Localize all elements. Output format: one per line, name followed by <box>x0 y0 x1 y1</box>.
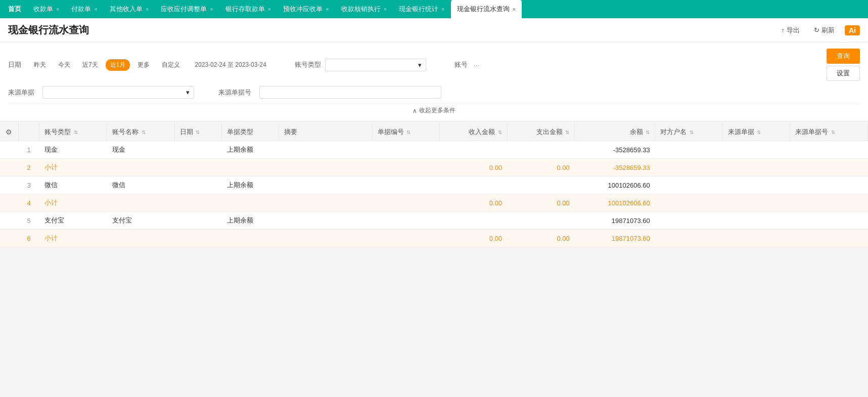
refresh-icon: ↻ <box>814 26 819 34</box>
th-date[interactable]: 日期 ⇅ <box>174 123 221 141</box>
settings-button[interactable]: 设置 <box>827 66 860 81</box>
table-cell: 6 <box>18 230 39 247</box>
nav-other-income-close[interactable]: × <box>146 0 149 18</box>
header-actions: ↑ 导出 ↻ 刷新 Ai <box>778 24 860 37</box>
th-income[interactable]: 收入金额 ⇅ <box>440 123 508 141</box>
nav-receipt-close[interactable]: × <box>56 0 59 18</box>
table-cell: 小计 <box>39 159 107 177</box>
date-recent1m[interactable]: 近1月 <box>106 59 130 71</box>
nav-item-bank-deposit[interactable]: 银行存取款单 × <box>219 0 277 18</box>
table-cell <box>174 230 221 247</box>
date-today[interactable]: 今天 <box>54 59 75 71</box>
table-cell <box>222 230 279 247</box>
table-cell <box>174 141 221 159</box>
nav-item-home[interactable]: 首页 <box>2 0 27 18</box>
nav-verify-label: 收款核销执行 <box>341 0 381 18</box>
date-custom[interactable]: 自定义 <box>157 59 185 71</box>
th-source-doc[interactable]: 来源单据 ⇅ <box>722 123 790 141</box>
date-filter-label: 日期 <box>8 60 21 69</box>
table-cell <box>722 141 790 159</box>
table-cell <box>507 141 575 159</box>
nav-bank-flow-close[interactable]: × <box>513 0 516 18</box>
date-recent7[interactable]: 近7天 <box>78 59 103 71</box>
table-cell <box>655 230 723 247</box>
export-icon: ↑ <box>782 26 785 34</box>
th-balance[interactable]: 余额 ⇅ <box>575 123 655 141</box>
table-cell <box>107 159 175 177</box>
th-expense[interactable]: 支出金额 ⇅ <box>507 123 575 141</box>
table-row[interactable]: 3微信微信上期余额100102606.60 <box>0 177 868 194</box>
nav-item-receipt[interactable]: 收款单 × <box>27 0 65 18</box>
table-cell: 微信 <box>39 177 107 194</box>
nav-item-ap-adjust[interactable]: 应收应付调整单 × <box>155 0 219 18</box>
table-cell <box>372 159 440 177</box>
nav-advance-close[interactable]: × <box>326 0 329 18</box>
sort-icon-account-name: ⇅ <box>142 129 146 135</box>
refresh-button[interactable]: ↻ 刷新 <box>810 24 839 37</box>
th-source-doc-no[interactable]: 来源单据号 ⇅ <box>790 123 868 141</box>
table-cell: 支付宝 <box>107 212 175 230</box>
nav-bank-stat-close[interactable]: × <box>441 0 444 18</box>
nav-item-payment[interactable]: 付款单 × <box>65 0 103 18</box>
date-more[interactable]: 更多 <box>133 59 154 71</box>
collapse-chevron-icon: ∧ <box>413 107 417 114</box>
table-cell <box>655 159 723 177</box>
nav-item-bank-stat[interactable]: 现金银行统计 × <box>393 0 450 18</box>
table-cell <box>0 141 18 159</box>
table-cell <box>790 212 868 230</box>
nav-item-verify[interactable]: 收款核销执行 × <box>335 0 393 18</box>
table-cell <box>722 159 790 177</box>
nav-item-advance[interactable]: 预收冲应收单 × <box>277 0 335 18</box>
table-cell <box>222 194 279 212</box>
collapse-bar[interactable]: ∧ 收起更多条件 <box>8 104 860 117</box>
table-row[interactable]: 2小计0.000.00-3528659.33 <box>0 159 868 177</box>
th-doc-no[interactable]: 单据编号 ⇅ <box>372 123 440 141</box>
filter-area: 日期 昨天 今天 近7天 近1月 更多 自定义 2023-02-24 至 202… <box>0 42 868 121</box>
sort-icon-date: ⇅ <box>196 129 200 135</box>
table-row[interactable]: 5支付宝支付宝上期余额19871073.60 <box>0 212 868 230</box>
nav-payment-close[interactable]: × <box>94 0 97 18</box>
nav-bank-deposit-close[interactable]: × <box>268 0 271 18</box>
table-cell: 19871073.60 <box>575 212 655 230</box>
date-yesterday[interactable]: 昨天 <box>29 59 51 71</box>
th-counterparty[interactable]: 对方户名 ⇅ <box>655 123 723 141</box>
table-cell <box>279 177 372 194</box>
source-doc-select[interactable]: ▾ <box>42 86 194 99</box>
nav-ap-adjust-close[interactable]: × <box>210 0 213 18</box>
th-account-name[interactable]: 账号名称 ⇅ <box>107 123 175 141</box>
query-button[interactable]: 查询 <box>827 49 860 64</box>
table-cell <box>722 177 790 194</box>
filter-row-date: 日期 昨天 今天 近7天 近1月 更多 自定义 2023-02-24 至 202… <box>8 49 860 81</box>
table-body: 1现金现金上期余额-3528659.332小计0.000.00-3528659.… <box>0 141 868 247</box>
th-account-type[interactable]: 账号类型 ⇅ <box>39 123 107 141</box>
table-cell <box>174 194 221 212</box>
table-row[interactable]: 4小计0.000.00100102606.60 <box>0 194 868 212</box>
source-doc-num-input[interactable] <box>259 86 441 99</box>
table-cell <box>372 194 440 212</box>
table-cell: 现金 <box>107 141 175 159</box>
table-cell <box>507 212 575 230</box>
table-cell <box>0 177 18 194</box>
nav-verify-close[interactable]: × <box>384 0 387 18</box>
export-button[interactable]: ↑ 导出 <box>778 24 804 37</box>
table-cell: 19871073.60 <box>575 230 655 247</box>
table-cell <box>107 194 175 212</box>
nav-bank-deposit-label: 银行存取款单 <box>225 0 265 18</box>
table-cell <box>655 177 723 194</box>
table-cell <box>722 194 790 212</box>
account-dots[interactable]: ··· <box>472 61 481 69</box>
account-type-select[interactable]: ▾ <box>325 59 426 71</box>
table-cell <box>790 177 868 194</box>
sort-icon-account-type: ⇅ <box>74 129 78 135</box>
table-cell: 0.00 <box>507 230 575 247</box>
ai-button[interactable]: Ai <box>845 25 860 35</box>
right-action-buttons: 查询 设置 <box>827 49 860 81</box>
sort-icon-income: ⇅ <box>498 129 502 135</box>
table-row[interactable]: 1现金现金上期余额-3528659.33 <box>0 141 868 159</box>
nav-item-other-income[interactable]: 其他收入单 × <box>104 0 155 18</box>
nav-item-bank-flow[interactable]: 现金银行流水查询 × <box>451 0 522 18</box>
column-settings-icon[interactable]: ⚙ <box>6 128 12 136</box>
data-table-container: ⚙ 账号类型 ⇅ 账号名称 ⇅ 日期 ⇅ 单据类型 <box>0 123 868 247</box>
nav-receipt-label: 收款单 <box>33 0 53 18</box>
table-row[interactable]: 6小计0.000.0019871073.60 <box>0 230 868 247</box>
